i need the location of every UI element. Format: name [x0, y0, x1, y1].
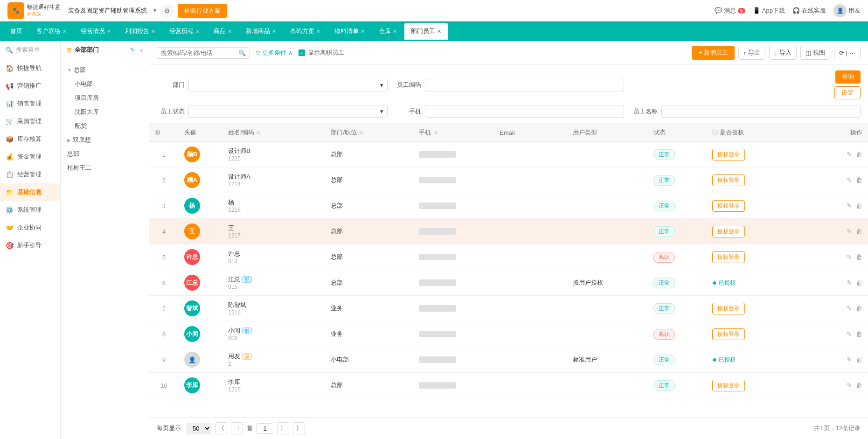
edit-icon[interactable]: ✎ — [847, 151, 852, 158]
edit-dept-icon[interactable]: ✎ — [130, 47, 135, 53]
col-dept-sort[interactable]: ⇅ — [360, 130, 363, 135]
authorize-btn[interactable]: 授权登录 — [712, 226, 745, 237]
search-wrap[interactable]: 🔍 — [157, 47, 250, 59]
dept-item-zongbu2[interactable]: 总部 — [61, 147, 149, 161]
import-button[interactable]: ↓ 导入 — [769, 46, 797, 60]
system-settings-icon[interactable]: ⚙ — [161, 4, 174, 17]
first-page-btn[interactable]: 《 — [215, 422, 227, 434]
page-num-input[interactable] — [257, 423, 273, 434]
sidebar-item-finance[interactable]: 💰 资金管理 — [0, 148, 60, 166]
message-item[interactable]: 💬 消息 5 — [715, 7, 745, 15]
dept-item-zhishu[interactable]: 植树王二 — [61, 161, 149, 175]
sidebar-item-basic[interactable]: 📁 基础信息 — [0, 183, 60, 201]
page-size-select[interactable]: 50 — [187, 423, 211, 434]
tab-profit-close[interactable]: ✕ — [151, 28, 155, 35]
tab-customer-close[interactable]: ✕ — [62, 28, 67, 35]
tab-operation-close[interactable]: ✕ — [107, 28, 111, 35]
show-former-checkbox[interactable]: ✓ — [299, 49, 305, 56]
tab-goods[interactable]: 商品 ✕ — [207, 23, 238, 40]
delete-icon[interactable]: 🗑 — [856, 202, 862, 209]
authorize-btn[interactable]: 授权登录 — [712, 149, 745, 160]
set-button[interactable]: 设置 — [834, 86, 861, 99]
dept-item-zongbu-root[interactable]: ▼ 总部 — [61, 63, 149, 77]
query-button[interactable]: 查询 — [835, 70, 861, 84]
dept-item-project[interactable]: 项目库房 — [61, 91, 149, 105]
phone-filter-input[interactable] — [425, 105, 624, 118]
tab-new-goods-close[interactable]: ✕ — [272, 28, 276, 35]
name-filter-input[interactable] — [661, 105, 861, 118]
user-item[interactable]: 👤 用友 — [833, 4, 861, 17]
app-download-item[interactable]: 📱 App下载 — [753, 7, 785, 15]
dept-filter-select[interactable]: ▾ — [188, 79, 388, 91]
authorize-btn[interactable]: 授权登录 — [712, 174, 745, 186]
system-title-dropdown[interactable]: ▼ — [153, 8, 157, 13]
more-button[interactable]: ⟳ | ⋯ — [834, 47, 861, 59]
tab-operation[interactable]: 经营情况 ✕ — [74, 23, 118, 40]
edit-icon[interactable]: ✎ — [847, 202, 852, 209]
sidebar-item-marketing[interactable]: 📢 营销推广 — [0, 77, 60, 95]
edit-icon[interactable]: ✎ — [847, 305, 852, 312]
tab-history-close[interactable]: ✕ — [195, 28, 200, 35]
delete-icon[interactable]: 🗑 — [856, 151, 862, 158]
delete-icon[interactable]: 🗑 — [856, 305, 862, 312]
next-page-btn[interactable]: 〉 — [277, 422, 289, 434]
delete-icon[interactable]: 🗑 — [856, 176, 862, 184]
sidebar-item-collab[interactable]: 🤝 企业协同 — [0, 219, 60, 237]
dept-item-shuangdi[interactable]: ▶ 双底想 — [61, 133, 149, 147]
tab-bom-close[interactable]: ✕ — [361, 28, 365, 35]
sidebar-item-system[interactable]: ⚙️ 系统管理 — [0, 201, 60, 219]
tab-history[interactable]: 经营历程 ✕ — [163, 23, 206, 40]
delete-icon[interactable]: 🗑 — [856, 382, 862, 389]
settings-col-icon[interactable]: ⚙ — [155, 129, 161, 136]
sidebar-item-sales[interactable]: 📊 销售管理 — [0, 95, 60, 112]
trial-button[interactable]: 体验行业方案 — [178, 4, 227, 18]
authorize-btn[interactable]: 授权登录 — [712, 328, 745, 340]
tab-home[interactable]: 首页 — [4, 23, 29, 40]
edit-icon[interactable]: ✎ — [847, 382, 852, 389]
last-page-btn[interactable]: 》 — [293, 422, 305, 434]
edit-icon[interactable]: ✎ — [847, 176, 852, 184]
delete-icon[interactable]: 🗑 — [856, 356, 862, 363]
tab-barcode-close[interactable]: ✕ — [316, 28, 320, 35]
tab-goods-close[interactable]: ✕ — [228, 28, 232, 35]
authorize-btn[interactable]: 授权登录 — [712, 200, 745, 212]
add-employee-button[interactable]: + 新增员工 — [692, 46, 734, 60]
search-submit-icon[interactable]: 🔍 — [238, 49, 246, 56]
col-name-sort[interactable]: ⇅ — [257, 130, 260, 135]
tab-new-goods[interactable]: 新增商品 ✕ — [239, 23, 283, 40]
authorize-btn[interactable]: 授权登录 — [712, 251, 745, 263]
delete-icon[interactable]: 🗑 — [856, 253, 862, 261]
edit-icon[interactable]: ✎ — [847, 330, 852, 338]
delete-icon[interactable]: 🗑 — [856, 228, 862, 235]
tab-department[interactable]: 部门员工 ✕ — [404, 23, 448, 40]
tab-profit[interactable]: 利润报告 ✕ — [118, 23, 162, 40]
sidebar-item-biz[interactable]: 📋 经营管理 — [0, 166, 60, 183]
tab-bom[interactable]: 物料清单 ✕ — [328, 23, 371, 40]
authorized-info-icon[interactable]: ⓘ — [712, 129, 718, 136]
delete-icon[interactable]: 🗑 — [856, 330, 862, 338]
status-filter-select[interactable]: ▾ — [188, 105, 388, 118]
collapse-icon[interactable]: « — [139, 46, 143, 54]
delete-icon[interactable]: 🗑 — [856, 279, 862, 286]
more-filter-btn[interactable]: ▽ 更多条件 ∧ — [256, 49, 293, 57]
col-phone-sort[interactable]: ⇅ — [434, 130, 437, 135]
dept-item-shenyang[interactable]: 沈阳大库 — [61, 105, 149, 119]
dept-item-xiaodian[interactable]: 小电部 — [61, 77, 149, 91]
sidebar-item-guide[interactable]: 🎯 新手引导 — [0, 237, 60, 254]
tab-department-close[interactable]: ✕ — [437, 28, 441, 35]
tab-barcode[interactable]: 条码方案 ✕ — [284, 23, 327, 40]
sidebar-search[interactable]: 🔍 搜索菜单 — [0, 41, 60, 59]
export-button[interactable]: ↑ 导出 — [738, 46, 766, 60]
sidebar-item-inventory[interactable]: 📦 库存核算 — [0, 130, 60, 148]
col-settings[interactable]: ⚙ — [149, 124, 179, 142]
prev-page-btn[interactable]: 〈 — [231, 422, 243, 434]
edit-icon[interactable]: ✎ — [847, 356, 852, 363]
authorize-btn[interactable]: 授权登录 — [712, 303, 745, 314]
edit-icon[interactable]: ✎ — [847, 253, 852, 261]
sidebar-item-quicknav[interactable]: 🏠 快捷导航 — [0, 59, 60, 77]
online-service-item[interactable]: 🎧 在线客服 — [792, 7, 826, 15]
tab-warehouse[interactable]: 仓库 ✕ — [372, 23, 403, 40]
tab-warehouse-close[interactable]: ✕ — [393, 28, 397, 35]
tab-customer[interactable]: 客户联络 ✕ — [30, 23, 73, 40]
view-button[interactable]: ◫ 视图 — [800, 46, 830, 60]
